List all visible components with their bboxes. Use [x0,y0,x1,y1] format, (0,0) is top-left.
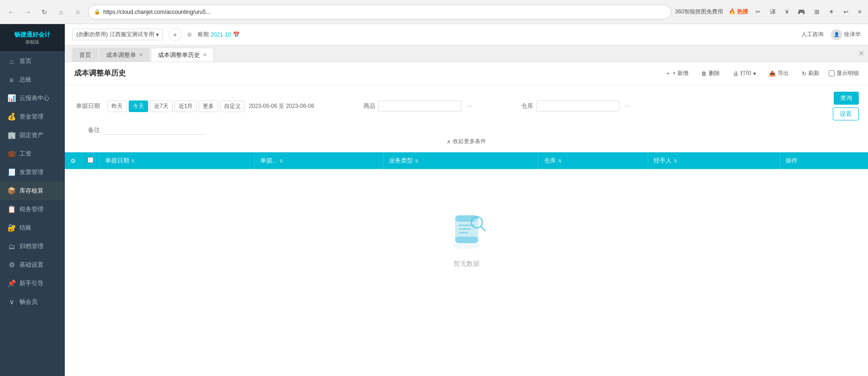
svg-point-9 [474,219,480,226]
undo-ext[interactable]: ↩ [842,7,850,16]
th-warehouse-label: 仓库 [544,157,556,165]
date-filter-buttons: 昨天 今天 近7天 近1月 更多 自定义 2023-06-06 至 2023-0… [107,100,314,112]
sidebar-item-member[interactable]: ∨ 畅会员 [0,293,65,311]
home-button[interactable]: ⌂ [55,6,68,19]
th-biz-type[interactable]: 业务类型 ⇅ [383,152,538,169]
sidebar-item-archive[interactable]: 🗂 归档管理 [0,237,65,256]
hot-search-badge: 🔥 热搜 [729,8,748,16]
date-btn-more[interactable]: 更多 [199,100,218,112]
goods-more-icon[interactable]: ··· [466,102,472,110]
page-title: 成本调整单历史 [74,69,126,78]
sidebar-item-reports[interactable]: 📊 云报表中心 [0,89,65,107]
tab-history-label: 成本调整单历史 [158,51,200,59]
address-bar[interactable]: 🔒 https://cloud.chanjet.com/accounting/u… [88,5,671,19]
display-cols-checkbox[interactable] [829,70,835,76]
sidebar-item-home[interactable]: ⌂ 首页 [0,52,65,70]
sidebar-item-invoice[interactable]: 🧾 发票管理 [0,163,65,182]
sidebar-item-inventory[interactable]: 📦 库存核算 [0,182,65,200]
username: 徐泽华 [844,31,861,38]
svg-rect-6 [459,232,468,233]
sidebar-item-tax[interactable]: 📋 税务管理 [0,200,65,219]
settings-icon-topbar[interactable]: ⚙ [187,31,192,38]
th-warehouse[interactable]: 仓库 ⇅ [538,152,648,169]
sidebar-item-label: 归档管理 [19,242,44,251]
page-area: 成本调整单历史 ＋ + 新增 🗑 删除 🖨 打印 ▾ [65,62,868,376]
export-button[interactable]: 📤 导出 [765,68,793,79]
bookmark-button[interactable]: ☆ [71,6,84,19]
sidebar-item-guide[interactable]: 📌 新手引导 [0,274,65,293]
customer-service-link[interactable]: 人工咨询 [801,31,824,38]
query-button[interactable]: 查询 [834,92,859,105]
tab-home[interactable]: 首页 [72,48,98,62]
refresh-button[interactable]: ↻ [38,6,51,19]
sidebar-item-payroll[interactable]: 💼 工资 [0,144,65,163]
date-btn-last-month[interactable]: 近1月 [175,100,197,112]
date-btn-today[interactable]: 今天 [129,100,148,112]
warehouse-input[interactable] [536,100,619,112]
collapse-button[interactable]: ∧ 收起更多条件 [74,135,859,148]
sidebar-item-ledger[interactable]: ≡ 总账 [0,70,65,89]
sidebar-item-settings[interactable]: ⚙ 基础设置 [0,256,65,274]
collapse-text: 收起更多条件 [453,138,486,145]
sidebar-item-label: 固定资产 [19,131,44,139]
th-handler[interactable]: 经手人 ⇅ [648,152,780,169]
export-icon: 📤 [769,70,776,77]
page-header: 成本调整单历史 ＋ + 新增 🗑 删除 🖨 打印 ▾ [65,62,868,85]
date-range-text: 2023-06-06 至 2023-06-06 [249,102,314,110]
tab-cost-adjust[interactable]: 成本调整单 ✕ [99,48,150,62]
scissors-ext[interactable]: ✂ [754,7,762,16]
setting-button[interactable]: 设置 [833,107,859,120]
sidebar-item-label: 新手引导 [19,279,44,288]
url-text: https://cloud.chanjet.com/accounting/uru… [103,9,210,15]
remark-input[interactable] [104,125,206,135]
new-icon: ＋ [665,69,671,77]
sidebar-item-capital[interactable]: 💰 资金管理 [0,107,65,126]
date-btn-last7[interactable]: 近7天 [150,100,173,112]
brightness-ext[interactable]: ☀ [827,7,836,16]
date-btn-custom[interactable]: 自定义 [220,100,245,112]
warehouse-more-icon[interactable]: ··· [624,102,630,110]
grid-ext[interactable]: ⊞ [812,7,821,16]
avatar: 👤 [831,29,842,40]
lock-icon: 🔒 [94,9,100,15]
close-all-tabs[interactable]: ✕ [858,49,864,58]
table-settings-icon[interactable]: ⚙ [70,157,76,164]
sidebar-item-fixed-assets[interactable]: 🏢 固定资产 [0,126,65,144]
refresh-button[interactable]: ↻ 刷新 [798,68,823,79]
date-btn-yesterday[interactable]: 昨天 [107,100,127,112]
empty-illustration [443,206,490,252]
sidebar-item-label: 发票管理 [19,168,44,176]
user-info[interactable]: 👤 徐泽华 [831,29,861,40]
sidebar-item-label: 资金管理 [19,113,44,121]
add-company-button[interactable]: + [169,28,181,41]
translate-ext[interactable]: 译 [768,7,778,17]
th-settings[interactable]: ⚙ [65,152,82,169]
game-ext[interactable]: 🎮 [796,7,807,16]
company-selector[interactable]: (勿删勿禁用) 江西服宝测试专用 ▾ [72,29,163,40]
sidebar-item-label: 基础设置 [19,261,44,269]
close-history-tab[interactable]: ✕ [203,52,207,57]
calendar-icon[interactable]: 📅 [233,31,240,38]
back-button[interactable]: ← [5,6,18,19]
close-cost-adjust-tab[interactable]: ✕ [139,52,143,57]
tab-cost-adjust-history[interactable]: 成本调整单历史 ✕ [151,48,214,62]
forward-button[interactable]: → [21,6,34,19]
new-button[interactable]: ＋ + 新增 [662,68,692,79]
th-number[interactable]: 单据... ⇅ [254,152,383,169]
sidebar-menu: ⌂ 首页 ≡ 总账 📊 云报表中心 💰 资金管理 🏢 固定资产 💼 工资 [0,52,65,376]
print-button[interactable]: 🖨 打印 ▾ [729,68,760,79]
th-checkbox[interactable] [82,152,100,169]
svg-line-8 [481,226,485,231]
th-date[interactable]: 单据日期 ⇅ [100,152,255,169]
remark-row: 备注 [74,125,859,135]
coin-ext[interactable]: ¥ [783,7,790,16]
delete-button[interactable]: 🗑 删除 [698,68,724,79]
menu-ext[interactable]: ≡ [856,7,863,16]
sidebar-item-label: 税务管理 [19,205,44,213]
refresh-icon: ↻ [802,70,806,77]
archive-icon: 🗂 [7,243,16,251]
select-all-checkbox[interactable] [87,157,94,163]
goods-input[interactable] [378,100,462,112]
logo-brand: 畅捷通好会计 [14,31,50,39]
sidebar-item-closing[interactable]: 🔐 结账 [0,219,65,237]
